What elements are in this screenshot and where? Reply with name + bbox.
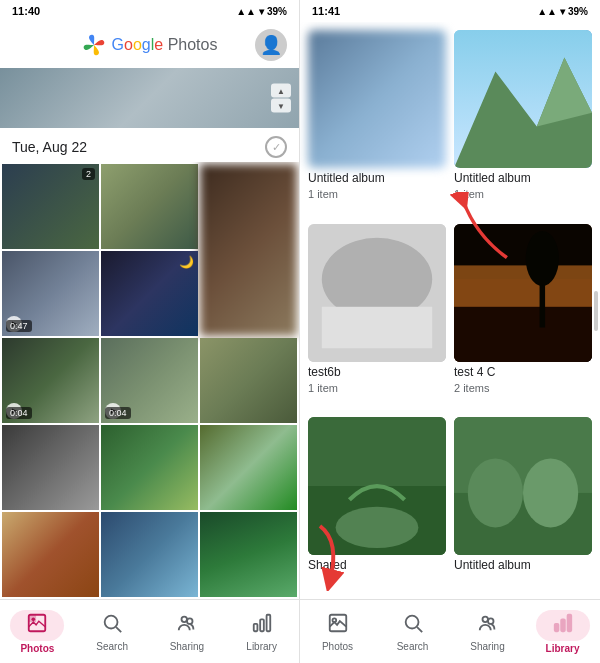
status-icons-left: ▲▲ ▾ 39% xyxy=(236,6,287,17)
status-bar-right: 11:41 ▲▲ ▾ 39% xyxy=(300,0,600,22)
time-left: 11:40 xyxy=(12,5,40,17)
nav-item-library-left[interactable]: Library xyxy=(224,606,299,658)
photos-label-left: Photos xyxy=(20,643,54,654)
photo-cell[interactable] xyxy=(101,164,198,249)
pinwheel-icon xyxy=(82,33,106,57)
scroll-up-arrow[interactable]: ▲ xyxy=(271,84,291,98)
search-icon-right xyxy=(402,612,424,639)
album-thumb[interactable] xyxy=(308,30,446,168)
nav-item-library-right[interactable]: Library xyxy=(525,604,600,660)
album-title: test6b xyxy=(308,365,446,379)
status-bar-left: 11:40 ▲▲ ▾ 39% xyxy=(0,0,299,22)
strip-image xyxy=(0,68,299,128)
photo-cell[interactable] xyxy=(200,512,297,597)
album-grid: Untitled album 1 item xyxy=(300,22,600,599)
album-thumb[interactable] xyxy=(454,30,592,168)
photo-badge: 2 xyxy=(82,168,95,180)
svg-rect-15 xyxy=(322,306,432,347)
album-cell[interactable]: Untitled album 1 item xyxy=(308,30,446,216)
svg-point-27 xyxy=(523,459,578,528)
search-label-left: Search xyxy=(96,641,128,652)
album-title: Untitled album xyxy=(454,171,592,185)
svg-point-23 xyxy=(336,507,419,548)
svg-point-2 xyxy=(32,617,36,621)
sharing-icon-left xyxy=(176,612,198,639)
album-count: 2 items xyxy=(454,382,592,394)
album-cell[interactable]: Shared xyxy=(308,417,446,591)
sharing-icon-right xyxy=(477,612,499,639)
nav-item-search-right[interactable]: Search xyxy=(375,606,450,658)
scroll-handle-right[interactable] xyxy=(594,291,598,331)
svg-point-33 xyxy=(488,618,494,624)
svg-rect-7 xyxy=(253,623,257,630)
svg-point-26 xyxy=(468,459,523,528)
avatar[interactable]: 👤 xyxy=(255,29,287,61)
album-thumb[interactable] xyxy=(308,224,446,362)
album-cell[interactable]: test6b 1 item xyxy=(308,224,446,410)
album-count: 1 item xyxy=(454,188,592,200)
album-thumb[interactable] xyxy=(308,417,446,555)
album-title: Shared xyxy=(308,558,446,572)
album-count: 1 item xyxy=(308,382,446,394)
scroll-arrows[interactable]: ▲ ▼ xyxy=(271,84,291,113)
photo-cell[interactable]: ▶ 0:04 xyxy=(2,338,99,423)
svg-point-20 xyxy=(526,231,559,286)
header-left: Google Photos 👤 xyxy=(0,22,299,68)
photo-cell[interactable]: ▶ 0:47 xyxy=(2,251,99,336)
library-icon-left xyxy=(251,612,273,639)
photo-cell[interactable] xyxy=(101,512,198,597)
album-cell[interactable]: test 4 C 2 items xyxy=(454,224,592,410)
album-title: Untitled album xyxy=(454,558,592,572)
search-icon-left xyxy=(101,612,123,639)
nav-item-search-left[interactable]: Search xyxy=(75,606,150,658)
photo-cell[interactable] xyxy=(200,164,297,336)
left-panel: 11:40 ▲▲ ▾ 39% Google Photos 👤 xyxy=(0,0,300,663)
svg-point-30 xyxy=(405,615,418,628)
svg-rect-34 xyxy=(554,623,558,630)
time-right: 11:41 xyxy=(312,5,340,17)
photos-label-right: Photos xyxy=(322,641,353,652)
logo-text: Google Photos xyxy=(112,36,218,54)
photo-cell[interactable] xyxy=(2,425,99,510)
svg-line-31 xyxy=(417,627,422,632)
video-duration: 0:04 xyxy=(105,407,131,419)
photo-cell[interactable]: 🌙 xyxy=(101,251,198,336)
signal-icon: ▲▲ xyxy=(236,6,256,17)
album-count: 1 item xyxy=(308,188,446,200)
bottom-nav-left: Photos Search Sharing Library xyxy=(0,599,299,663)
svg-line-4 xyxy=(116,627,121,632)
photo-cell[interactable]: 2 xyxy=(2,164,99,249)
svg-point-3 xyxy=(105,615,118,628)
nav-item-sharing-right[interactable]: Sharing xyxy=(450,606,525,658)
top-photo-strip: ▲ ▼ xyxy=(0,68,299,128)
nav-item-photos-left[interactable]: Photos xyxy=(0,604,75,660)
photo-cell[interactable]: ▶ 0:04 xyxy=(101,338,198,423)
photo-cell[interactable] xyxy=(101,425,198,510)
date-label: Tue, Aug 22 xyxy=(12,139,87,155)
album-title: Untitled album xyxy=(308,171,446,185)
sharing-label-right: Sharing xyxy=(470,641,504,652)
right-panel: 11:41 ▲▲ ▾ 39% Untitled album 1 item xyxy=(300,0,600,663)
photo-cell[interactable] xyxy=(200,338,297,423)
select-all-button[interactable]: ✓ xyxy=(265,136,287,158)
scroll-down-arrow[interactable]: ▼ xyxy=(271,99,291,113)
bottom-nav-right: Photos Search Sharing Library xyxy=(300,599,600,663)
photo-cell[interactable] xyxy=(200,425,297,510)
album-thumb[interactable] xyxy=(454,417,592,555)
nav-item-sharing-left[interactable]: Sharing xyxy=(150,606,225,658)
svg-rect-35 xyxy=(561,619,565,631)
photos-icon-right xyxy=(327,612,349,639)
album-cell[interactable]: Untitled album xyxy=(454,417,592,591)
right-panel-inner: Untitled album 1 item xyxy=(300,22,600,599)
battery-left: 39% xyxy=(267,6,287,17)
status-icons-right: ▲▲ ▾ 39% xyxy=(537,6,588,17)
nav-item-photos-right[interactable]: Photos xyxy=(300,606,375,658)
svg-point-6 xyxy=(187,618,193,624)
photo-grid: 2 ▶ 0:47 🌙 ▶ 0:04 ▶ 0:04 xyxy=(0,162,299,599)
wifi-icon-r: ▾ xyxy=(560,6,565,17)
moon-icon: 🌙 xyxy=(179,255,194,269)
album-thumb[interactable] xyxy=(454,224,592,362)
photo-cell[interactable] xyxy=(2,512,99,597)
date-bar: Tue, Aug 22 ✓ xyxy=(0,128,299,162)
album-cell[interactable]: Untitled album 1 item xyxy=(454,30,592,216)
